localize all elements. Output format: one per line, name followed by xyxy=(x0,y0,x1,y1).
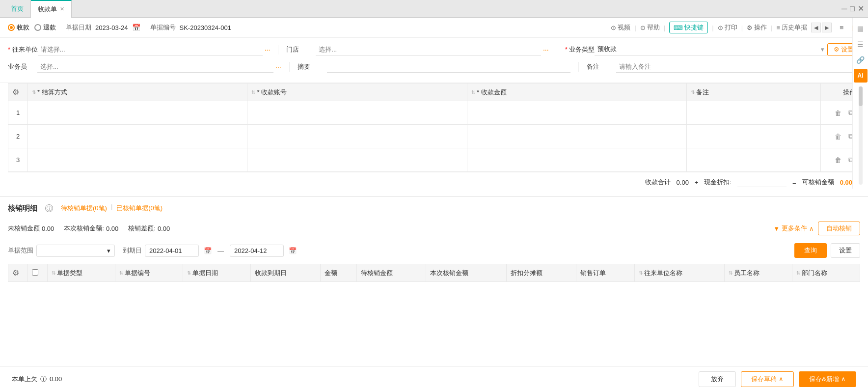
row3-remarks[interactable] xyxy=(687,148,821,172)
sort-icon: ⇅ xyxy=(471,89,475,95)
range-select[interactable]: ▾ xyxy=(36,245,115,257)
diff-label: 核销差额: xyxy=(128,224,156,233)
operation-btn[interactable]: ⚙ 操作 xyxy=(747,23,767,32)
gear-icon[interactable]: ⚙ xyxy=(12,269,19,277)
radio-refund-circle xyxy=(34,24,41,31)
th-duedate-label: 收款到期日 xyxy=(255,269,287,277)
calendar-from-icon[interactable]: 📅 xyxy=(204,247,212,254)
row3-account[interactable] xyxy=(247,148,467,172)
counterparty-input[interactable] xyxy=(38,44,263,56)
table-section: ⚙ ⇅ * 结算方式 ⇅ * 收款账号 xyxy=(0,83,868,192)
video-btn[interactable]: ⊙ 视频 xyxy=(611,23,630,32)
bottom-th-dept: ⇅ 部门名称 xyxy=(792,264,860,282)
row1-account[interactable] xyxy=(247,101,467,125)
tab-done[interactable]: 已核销单据(0笔) xyxy=(116,203,163,214)
print-btn[interactable]: ⊙ 打印 xyxy=(718,23,737,32)
row2-account[interactable] xyxy=(247,125,467,148)
sidebar-ai-icon[interactable]: Ai xyxy=(854,69,868,83)
row2-settlement[interactable] xyxy=(28,125,247,148)
bottom-th-checkbox xyxy=(28,264,48,282)
gear-icon[interactable]: ⚙ xyxy=(12,88,19,96)
store-more-icon[interactable]: ··· xyxy=(543,46,549,54)
receipt-table: ⚙ ⇅ * 结算方式 ⇅ * 收款账号 xyxy=(8,83,860,172)
staff-input[interactable] xyxy=(37,61,273,73)
row3-amount[interactable] xyxy=(467,148,686,172)
counterparty-more-icon[interactable]: ··· xyxy=(265,46,271,54)
date-to-input[interactable] xyxy=(230,245,284,257)
date-from-input[interactable] xyxy=(145,245,199,257)
shortcut-btn[interactable]: ⌨ 快捷键 xyxy=(669,22,708,33)
sidebar-link-icon[interactable]: 🔗 xyxy=(854,53,868,67)
sidebar-table-icon[interactable]: ▦ xyxy=(854,22,868,35)
form-section: 往来单位 ··· 门店 ··· 业务类型 预收款 ▾ ⚙ xyxy=(0,38,868,83)
chevron-down-icon: ▾ xyxy=(107,247,110,254)
row2-remarks[interactable] xyxy=(687,125,821,148)
info-icon: ⓘ xyxy=(40,375,47,384)
close-window-icon[interactable]: ✕ xyxy=(858,4,864,13)
sidebar-list-icon[interactable]: ☰ xyxy=(854,37,868,51)
right-sidebar: ▦ ☰ 🔗 Ai xyxy=(852,18,868,189)
save-new-button[interactable]: 保存&新增 ∧ xyxy=(799,371,856,387)
remarks-input[interactable] xyxy=(616,61,860,73)
history-btn[interactable]: ≡ 历史单据 xyxy=(776,23,807,32)
total-label: 收款合计 xyxy=(645,178,671,187)
calendar-icon[interactable]: 📅 xyxy=(132,24,140,31)
settings2-button[interactable]: 设置 xyxy=(831,243,860,258)
next-arrow[interactable]: ▶ xyxy=(822,23,832,32)
delete-icon[interactable]: 🗑 xyxy=(833,155,843,165)
calendar-to-icon[interactable]: 📅 xyxy=(289,247,297,254)
doc-date-field: 单据日期 2023-03-24 📅 xyxy=(66,23,140,32)
discount-input[interactable] xyxy=(737,177,787,187)
discount-label: 现金折扣: xyxy=(704,178,732,187)
close-icon[interactable]: ✕ xyxy=(60,6,64,12)
chevron-up-icon: ∧ xyxy=(841,375,846,383)
select-all-checkbox[interactable] xyxy=(32,269,38,276)
row3-settlement[interactable] xyxy=(28,148,247,172)
radio-refund[interactable]: 退款 xyxy=(34,23,56,32)
bottom-th-saleorder: 销售订单 xyxy=(576,264,634,282)
store-input[interactable] xyxy=(316,44,541,56)
help-btn[interactable]: ⊙ 帮助 xyxy=(640,23,660,32)
remarks-label: 备注 xyxy=(587,62,616,71)
shortcut-label: 快捷键 xyxy=(684,23,704,32)
th-amount-label: * 收款金额 xyxy=(477,88,507,97)
auto-hexiao-button[interactable]: 自动核销 xyxy=(818,222,860,235)
row2-amount[interactable] xyxy=(467,125,686,148)
chevron-up-icon: ∧ xyxy=(779,375,784,383)
main-content: 收款 退款 单据日期 2023-03-24 📅 单据编号 SK-20230324… xyxy=(0,18,868,391)
th-docdate-label: 单据日期 xyxy=(192,269,218,278)
delete-icon[interactable]: 🗑 xyxy=(833,108,843,118)
info-icon[interactable]: ⓘ xyxy=(45,204,53,212)
biz-type-label: 业务类型 xyxy=(565,45,595,54)
tab-bar: 首页 收款单 ✕ ─ □ ✕ xyxy=(0,0,868,18)
radio-receipt[interactable]: 收款 xyxy=(8,23,29,32)
summary-field: 摘要 xyxy=(298,61,571,73)
delete-icon[interactable]: 🗑 xyxy=(833,132,843,141)
list-view-icon[interactable]: ≡ xyxy=(836,22,847,33)
radio-receipt-label: 收款 xyxy=(17,23,29,32)
staff-more-icon[interactable]: ··· xyxy=(275,63,281,71)
abandon-button[interactable]: 放弃 xyxy=(699,371,736,387)
tab-pending[interactable]: 待核销单据(0笔) xyxy=(61,203,107,214)
tab-receipt[interactable]: 收款单 ✕ xyxy=(31,0,72,18)
th-amount-label: 金额 xyxy=(325,269,337,277)
summary-input[interactable] xyxy=(327,61,571,73)
maximize-icon[interactable]: □ xyxy=(850,4,855,13)
equals-sign: = xyxy=(792,179,796,186)
bottom-info-label: 本单上欠 xyxy=(12,375,37,384)
counterparty-field: 往来单位 ··· xyxy=(8,44,270,56)
biz-type-select[interactable]: 预收款 ▾ xyxy=(595,43,827,56)
minimize-icon[interactable]: ─ xyxy=(841,4,847,13)
save-draft-button[interactable]: 保存草稿 ∧ xyxy=(741,371,794,387)
row1-settlement[interactable] xyxy=(28,101,247,125)
tab-home[interactable]: 首页 xyxy=(4,0,31,18)
row1-remarks[interactable] xyxy=(687,101,821,125)
more-conditions-btn[interactable]: ▼ 更多条件 ∧ xyxy=(773,224,814,233)
th-account: ⇅ * 收款账号 xyxy=(247,84,467,101)
query-button[interactable]: 查询 xyxy=(794,243,827,258)
row1-amount[interactable] xyxy=(467,101,686,125)
prev-arrow[interactable]: ◀ xyxy=(811,23,821,32)
scrollbar-thumb[interactable] xyxy=(859,86,863,106)
operation-icon: ⚙ xyxy=(747,24,753,31)
doc-no-field: 单据编号 SK-20230324-001 xyxy=(150,23,232,32)
